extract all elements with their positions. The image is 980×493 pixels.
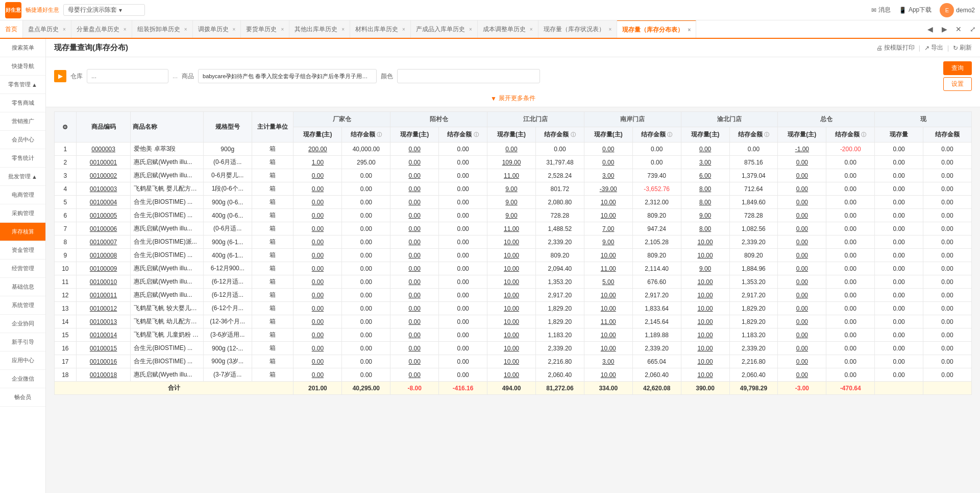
cell-fj-qty[interactable]: 0.00 [293,315,342,328]
tab-6[interactable]: 其他出库单历史 × [289,20,350,38]
tab-8-close[interactable]: × [469,27,472,32]
sidebar-item-operations[interactable]: 经营管理 [0,260,45,278]
cell-fj-qty[interactable]: 0.00 [293,289,342,302]
cell-mc-qty[interactable]: 0.00 [390,275,439,289]
cell-fj-qty[interactable]: 200.00 [293,143,342,156]
cell-code[interactable]: 00100010 [76,275,131,289]
cell-na-qty[interactable]: 10.00 [584,249,632,262]
sidebar-item-system[interactable]: 系统管理 [0,296,45,315]
cell-na-qty[interactable]: 3.00 [584,355,632,368]
cell-code[interactable]: 00100002 [76,169,131,182]
cell-yb-qty[interactable]: 9.00 [681,209,729,222]
cell-mc-qty[interactable]: 0.00 [390,262,439,275]
cell-total-qty[interactable]: 0.00 [778,236,826,249]
color-input[interactable] [397,69,540,83]
settings-gear-icon[interactable]: ⚙ [62,124,68,131]
cell-fj-qty[interactable]: 0.00 [293,236,342,249]
cell-yb-qty[interactable]: 10.00 [681,315,729,328]
cell-fj-qty[interactable]: 0.00 [293,209,342,222]
cell-na-qty[interactable]: 7.00 [584,222,632,236]
cell-code[interactable]: 00100012 [76,302,131,315]
cell-na-qty[interactable]: 10.00 [584,209,632,222]
cell-jb-qty[interactable]: 109.00 [487,156,536,169]
sidebar-item-marketing[interactable]: 营销推广 [0,112,45,131]
cell-jb-qty[interactable]: 11.00 [487,169,536,182]
cell-fj-qty[interactable]: 0.00 [293,169,342,182]
cell-code[interactable]: 00100014 [76,328,131,342]
tab-nav-next[interactable]: ▶ [937,20,951,38]
sidebar-item-members[interactable]: 会员中心 [0,131,45,149]
sidebar-item-ecommerce[interactable]: 电商管理 [0,186,45,204]
sidebar-item-basic-info[interactable]: 基础信息 [0,278,45,296]
cell-fj-qty[interactable]: 0.00 [293,262,342,275]
cell-mc-qty[interactable]: 0.00 [390,368,439,382]
cell-na-qty[interactable]: 0.00 [584,143,632,156]
cell-jb-qty[interactable]: 0.00 [487,143,536,156]
tab-5[interactable]: 要货单历史 × [241,20,289,38]
cell-mc-qty[interactable]: 0.00 [390,328,439,342]
cell-mc-qty[interactable]: 0.00 [390,169,439,182]
cell-jb-qty[interactable]: 10.00 [487,368,536,382]
cell-mc-qty[interactable]: 0.00 [390,222,439,236]
cell-na-qty[interactable]: 10.00 [584,342,632,355]
cell-code[interactable]: 00100011 [76,289,131,302]
cell-yb-qty[interactable]: 10.00 [681,289,729,302]
sidebar-item-member-pro[interactable]: 畅会员 [0,388,45,407]
warehouse-input[interactable] [87,69,168,83]
cell-yb-qty[interactable]: 8.00 [681,196,729,209]
cell-mc-qty[interactable]: 0.00 [390,143,439,156]
sidebar-item-search[interactable]: 搜索英单 [0,39,45,57]
cell-yb-qty[interactable]: 6.00 [681,169,729,182]
sidebar-item-enterprise[interactable]: 企业协同 [0,315,45,333]
tab-10[interactable]: 现存量（库存状况表） × [538,20,618,38]
cell-mc-qty[interactable]: 0.00 [390,156,439,169]
export-btn[interactable]: ↗ 导出 [924,43,943,52]
cell-code[interactable]: 00100015 [76,342,131,355]
tab-2-close[interactable]: × [124,27,127,32]
cell-total-qty[interactable]: 0.00 [778,249,826,262]
tab-5-close[interactable]: × [281,27,284,32]
cell-fj-qty[interactable]: 0.00 [293,222,342,236]
sidebar-item-shortcuts[interactable]: 快捷导航 [0,57,45,76]
cell-mc-qty[interactable]: 0.00 [390,236,439,249]
cell-na-qty[interactable]: 10.00 [584,328,632,342]
tab-9-close[interactable]: × [530,27,533,32]
tab-7[interactable]: 材料出库单历史 × [350,20,411,38]
cell-mc-qty[interactable]: 0.00 [390,196,439,209]
cell-total-qty[interactable]: 0.00 [778,196,826,209]
cell-total-qty[interactable]: 0.00 [778,156,826,169]
cell-yb-qty[interactable]: 10.00 [681,249,729,262]
cell-na-qty[interactable]: 11.00 [584,315,632,328]
cell-code[interactable]: 00100004 [76,196,131,209]
tab-4-close[interactable]: × [233,27,236,32]
cell-code[interactable]: 00100003 [76,182,131,196]
cell-total-qty[interactable]: 0.00 [778,222,826,236]
cell-total-qty[interactable]: 0.00 [778,302,826,315]
filter-expand-btn[interactable]: ▶ [54,70,66,82]
cell-jb-qty[interactable]: 10.00 [487,342,536,355]
cell-jb-qty[interactable]: 10.00 [487,328,536,342]
info-icon-2[interactable]: ⓘ [474,132,479,137]
cell-total-qty[interactable]: 0.00 [778,368,826,382]
print-btn[interactable]: 🖨 按模版打印 [876,43,915,52]
cell-na-qty[interactable]: 10.00 [584,368,632,382]
tab-home[interactable]: 首页 [0,20,23,38]
tab-nav-close-all[interactable]: ✕ [951,20,966,38]
sidebar-item-retail[interactable]: 零售管理 ▲ [0,76,45,94]
cell-yb-qty[interactable]: 10.00 [681,236,729,249]
tab-nav-maximize[interactable]: ⤢ [966,20,980,38]
cell-yb-qty[interactable]: 9.00 [681,262,729,275]
query-btn[interactable]: 查询 [943,61,972,75]
tab-3[interactable]: 组装拆卸单历史 × [132,20,193,38]
cell-na-qty[interactable]: 10.00 [584,289,632,302]
cell-total-qty[interactable]: 0.00 [778,182,826,196]
cell-code[interactable]: 00100008 [76,249,131,262]
cell-na-qty[interactable]: 5.00 [584,275,632,289]
tab-3-close[interactable]: × [184,27,187,32]
tab-7-close[interactable]: × [402,27,405,32]
tenant-selector[interactable]: 母婴行业演示陈套 ▾ [63,4,145,16]
cell-mc-qty[interactable]: 0.00 [390,209,439,222]
cell-total-qty[interactable]: 0.00 [778,328,826,342]
cell-fj-qty[interactable]: 0.00 [293,342,342,355]
cell-total-qty[interactable]: 0.00 [778,315,826,328]
